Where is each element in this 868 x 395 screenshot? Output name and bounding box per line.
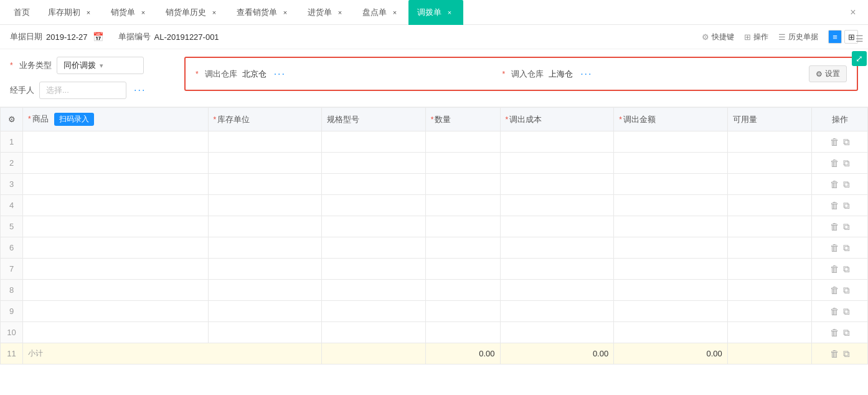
qty-cell-7[interactable]: [425, 259, 500, 280]
sidebar-expand-icon[interactable]: ⤢: [852, 51, 867, 66]
cost-cell-1[interactable]: [500, 131, 614, 153]
unit-cell-4[interactable]: [208, 195, 322, 216]
copy-icon-3[interactable]: ⧉: [843, 179, 850, 190]
tab-transfer[interactable]: 调拨单 ×: [408, 0, 463, 25]
available-cell-9[interactable]: [727, 301, 811, 322]
scan-barcode-btn[interactable]: 扫码录入: [54, 113, 94, 126]
qty-cell-9[interactable]: [425, 301, 500, 322]
spec-cell-7[interactable]: [322, 259, 426, 280]
sidebar-list-icon[interactable]: ☰: [852, 31, 867, 46]
amount-cell-7[interactable]: [614, 259, 728, 280]
tab-close-view-sales[interactable]: ×: [281, 8, 290, 17]
list-view-btn[interactable]: ≡: [828, 30, 842, 44]
amount-cell-3[interactable]: [614, 174, 728, 195]
product-cell-5[interactable]: [23, 216, 209, 237]
unit-cell-6[interactable]: [208, 237, 322, 259]
product-cell-7[interactable]: [23, 259, 209, 280]
delete-icon-9[interactable]: 🗑: [830, 306, 839, 316]
handler-select[interactable]: 选择...: [39, 82, 126, 99]
unit-cell-5[interactable]: [208, 216, 322, 237]
tab-purchase[interactable]: 进货单 ×: [299, 0, 354, 25]
product-cell-9[interactable]: [23, 301, 209, 322]
copy-icon-7[interactable]: ⧉: [843, 264, 850, 275]
available-cell-8[interactable]: [727, 280, 811, 301]
product-cell-3[interactable]: [23, 174, 209, 195]
product-cell-10[interactable]: [23, 322, 209, 343]
tab-sales-order[interactable]: 销货单 ×: [102, 0, 157, 25]
shortcut-action[interactable]: ⚙ 快捷键: [702, 32, 734, 42]
tab-inventory-init[interactable]: 库存期初 ×: [39, 0, 102, 25]
delete-icon-8[interactable]: 🗑: [830, 285, 839, 295]
amount-cell-4[interactable]: [614, 195, 728, 216]
transfer-out-more-btn[interactable]: ···: [274, 69, 286, 80]
available-cell-1[interactable]: [727, 131, 811, 153]
tab-close-inventory-init[interactable]: ×: [84, 8, 93, 17]
operate-action[interactable]: ⊞ 操作: [744, 32, 768, 42]
product-cell-4[interactable]: [23, 195, 209, 216]
tab-home[interactable]: 首页: [5, 0, 39, 25]
tab-inventory-check[interactable]: 盘点单 ×: [354, 0, 408, 25]
amount-cell-8[interactable]: [614, 280, 728, 301]
spec-cell-1[interactable]: [322, 131, 426, 153]
unit-cell-9[interactable]: [208, 301, 322, 322]
qty-cell-4[interactable]: [425, 195, 500, 216]
qty-cell-2[interactable]: [425, 153, 500, 174]
qty-cell-5[interactable]: [425, 216, 500, 237]
tab-close-transfer[interactable]: ×: [445, 8, 454, 17]
tab-close-purchase[interactable]: ×: [336, 8, 344, 17]
copy-icon-11[interactable]: ⧉: [843, 348, 850, 359]
spec-cell-9[interactable]: [322, 301, 426, 322]
spec-cell-6[interactable]: [322, 237, 426, 259]
qty-cell-3[interactable]: [425, 174, 500, 195]
available-cell-4[interactable]: [727, 195, 811, 216]
product-cell-6[interactable]: [23, 237, 209, 259]
cost-cell-2[interactable]: [500, 153, 614, 174]
cost-cell-6[interactable]: [500, 237, 614, 259]
available-cell-6[interactable]: [727, 237, 811, 259]
copy-icon-2[interactable]: ⧉: [843, 158, 850, 169]
business-type-select[interactable]: 同价调拨 ▾: [57, 57, 144, 74]
available-cell-10[interactable]: [727, 322, 811, 343]
spec-cell-3[interactable]: [322, 174, 426, 195]
delete-icon-6[interactable]: 🗑: [830, 242, 839, 253]
tab-close-sales-history[interactable]: ×: [210, 8, 219, 17]
copy-icon-5[interactable]: ⧉: [843, 221, 850, 232]
transfer-in-more-btn[interactable]: ···: [580, 69, 592, 80]
spec-cell-10[interactable]: [322, 322, 426, 343]
delete-icon-11[interactable]: 🗑: [830, 348, 839, 359]
table-settings-icon[interactable]: ⚙: [8, 115, 16, 124]
qty-cell-8[interactable]: [425, 280, 500, 301]
spec-cell-2[interactable]: [322, 153, 426, 174]
cost-cell-5[interactable]: [500, 216, 614, 237]
tab-sales-history[interactable]: 销货单历史 ×: [157, 0, 228, 25]
tab-close-sales-order[interactable]: ×: [139, 8, 148, 17]
cost-cell-7[interactable]: [500, 259, 614, 280]
cost-cell-4[interactable]: [500, 195, 614, 216]
product-cell-2[interactable]: [23, 153, 209, 174]
copy-icon-6[interactable]: ⧉: [843, 242, 850, 254]
delete-icon-1[interactable]: 🗑: [830, 136, 839, 147]
product-cell-8[interactable]: [23, 280, 209, 301]
copy-icon-4[interactable]: ⧉: [843, 200, 850, 211]
amount-cell-10[interactable]: [614, 322, 728, 343]
copy-icon-9[interactable]: ⧉: [843, 306, 850, 317]
available-cell-7[interactable]: [727, 259, 811, 280]
cost-cell-3[interactable]: [500, 174, 614, 195]
delete-icon-2[interactable]: 🗑: [830, 158, 839, 168]
delete-icon-10[interactable]: 🗑: [830, 327, 839, 338]
calendar-icon[interactable]: 📅: [93, 32, 103, 42]
unit-cell-2[interactable]: [208, 153, 322, 174]
qty-cell-6[interactable]: [425, 237, 500, 259]
tab-close-inventory-check[interactable]: ×: [390, 8, 399, 17]
amount-cell-2[interactable]: [614, 153, 728, 174]
copy-icon-8[interactable]: ⧉: [843, 285, 850, 296]
qty-cell-10[interactable]: [425, 322, 500, 343]
amount-cell-6[interactable]: [614, 237, 728, 259]
unit-cell-7[interactable]: [208, 259, 322, 280]
delete-icon-3[interactable]: 🗑: [830, 179, 839, 189]
delete-icon-4[interactable]: 🗑: [830, 200, 839, 211]
table-scroll-area[interactable]: ⚙ *商品 扫码录入 *库存单位 规格型号 *数量 *调出成本 *调出金额: [0, 107, 868, 395]
unit-cell-3[interactable]: [208, 174, 322, 195]
spec-cell-5[interactable]: [322, 216, 426, 237]
delete-icon-5[interactable]: 🗑: [830, 221, 839, 232]
